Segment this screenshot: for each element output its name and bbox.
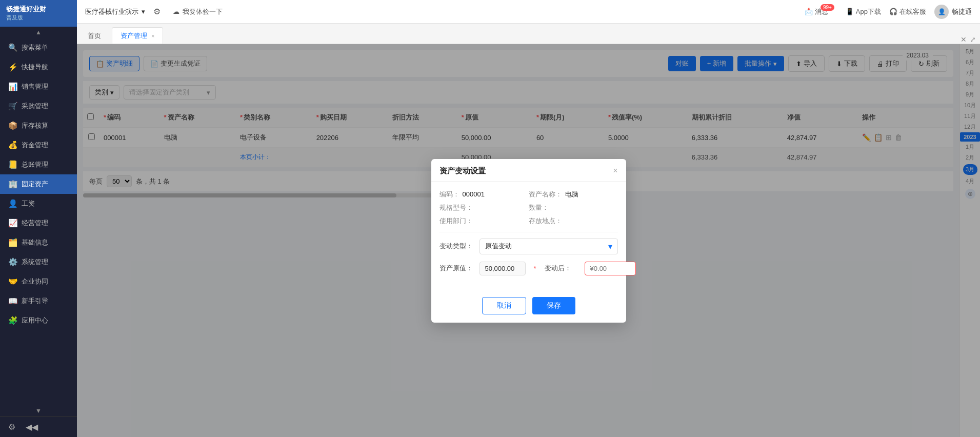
sidebar-item-label: 资金管理 (22, 141, 48, 150)
sidebar-menu: 🔍 搜索菜单 ⚡ 快捷导航 📊 销售管理 🛒 采购管理 📦 库存核算 💰 资金管… (0, 38, 77, 405)
sidebar-item-apps[interactable]: 🧩 应用中心 (0, 311, 77, 330)
tab-asset-management[interactable]: 资产管理 × (112, 27, 163, 44)
service-label: 在线客服 (899, 7, 926, 16)
location-label: 存放地点： (529, 216, 562, 226)
sidebar-item-guide[interactable]: 📖 新手引导 (0, 291, 77, 311)
info-location: 存放地点： (529, 216, 618, 226)
user-area[interactable]: 👤 畅捷通 (934, 5, 972, 19)
sidebar-item-collaboration[interactable]: 🤝 企业协同 (0, 272, 77, 291)
sidebar-item-search[interactable]: 🔍 搜索菜单 (0, 38, 77, 57)
value-row: 资产原值： 50,000.00 * 变动后： (439, 262, 618, 275)
sidebar-scroll-up[interactable]: ▲ (0, 27, 77, 38)
sidebar-item-fixed-assets[interactable]: 🏢 固定资产 (0, 174, 77, 194)
after-change-label: 变动后： (545, 264, 581, 273)
after-change-input[interactable] (585, 262, 636, 275)
basic-info-icon: 🗂️ (8, 238, 17, 247)
message-button[interactable]: 📩 消息 99+ (805, 7, 828, 16)
avatar: 👤 (934, 5, 949, 19)
app-download-button[interactable]: 📱 App下载 (846, 7, 881, 16)
main-container: 医疗器械行业演示 ▾ ⚙ ☁ 我要体验一下 📩 消息 99+ 📱 App下载 🎧… (77, 0, 980, 437)
sidebar-item-label: 基础信息 (22, 238, 48, 247)
sidebar-item-basic-info[interactable]: 🗂️ 基础信息 (0, 233, 77, 252)
topbar-right: 📩 消息 99+ 📱 App下载 🎧 在线客服 👤 畅捷通 (805, 5, 972, 19)
sidebar-item-label: 搜索菜单 (22, 43, 48, 52)
sidebar-item-inventory[interactable]: 📦 库存核算 (0, 116, 77, 135)
sidebar-item-label: 应用中心 (22, 316, 48, 325)
asset-change-modal: 资产变动设置 × 编码： 000001 资产名称： 电脑 (431, 159, 626, 323)
tab-maximize-icon[interactable]: ⤢ (970, 35, 976, 44)
modal-title: 资产变动设置 (439, 166, 486, 176)
app-name: 畅捷通好业财 (6, 5, 46, 14)
experience-button[interactable]: ☁ 我要体验一下 (173, 7, 223, 16)
sidebar-item-payroll[interactable]: 👤 工资 (0, 194, 77, 213)
tab-asset-label: 资产管理 (121, 31, 147, 41)
asset-name-label: 资产名称： (529, 190, 562, 199)
info-asset-name: 资产名称： 电脑 (529, 190, 618, 199)
info-department: 使用部门： (439, 216, 529, 226)
message-badge: 99+ (821, 4, 834, 11)
sidebar-item-label: 销售管理 (22, 82, 48, 91)
tab-minimize-icon[interactable]: ✕ (961, 35, 967, 44)
modal-close-button[interactable]: × (613, 166, 617, 175)
company-selector[interactable]: 医疗器械行业演示 ▾ (85, 7, 145, 16)
fixed-assets-icon: 🏢 (8, 180, 17, 189)
sidebar-item-management[interactable]: 📈 经营管理 (0, 213, 77, 233)
sidebar-item-funds[interactable]: 💰 资金管理 (0, 135, 77, 155)
customer-service-button[interactable]: 🎧 在线客服 (889, 7, 926, 16)
system-icon: ⚙️ (8, 257, 17, 267)
company-dropdown-icon: ▾ (142, 8, 145, 15)
sidebar-item-purchase[interactable]: 🛒 采购管理 (0, 96, 77, 116)
sidebar-item-sales[interactable]: 📊 销售管理 (0, 77, 77, 96)
quicknav-icon: ⚡ (8, 63, 17, 72)
sidebar-item-ledger[interactable]: 📒 总账管理 (0, 155, 77, 174)
username: 畅捷通 (952, 7, 972, 16)
topbar-gear-icon[interactable]: ⚙ (153, 7, 161, 16)
sidebar-item-quicknav[interactable]: ⚡ 快捷导航 (0, 57, 77, 77)
change-type-select[interactable]: 原值变动 ▾ (479, 239, 618, 254)
modal-header: 资产变动设置 × (431, 159, 626, 182)
cancel-button[interactable]: 取消 (482, 297, 526, 314)
management-icon: 📈 (8, 218, 17, 228)
original-value-label: 资产原值： (439, 264, 475, 273)
funds-icon: 💰 (8, 141, 17, 150)
sidebar-item-system[interactable]: ⚙️ 系统管理 (0, 252, 77, 272)
modal-overlay: 资产变动设置 × 编码： 000001 资产名称： 电脑 (77, 44, 980, 437)
tab-close-icon[interactable]: × (151, 33, 154, 39)
inventory-icon: 📦 (8, 121, 17, 130)
modal-info-grid: 编码： 000001 资产名称： 电脑 规格型号： 数量： (439, 190, 618, 232)
ledger-icon: 📒 (8, 160, 17, 169)
info-spec: 规格型号： (439, 203, 529, 212)
message-icon: 📩 (805, 8, 813, 15)
sidebar-item-label: 快捷导航 (22, 63, 48, 72)
modal-body: 编码： 000001 资产名称： 电脑 规格型号： 数量： (431, 182, 626, 291)
collapse-icon[interactable]: ◀◀ (26, 422, 38, 432)
service-icon: 🎧 (889, 8, 897, 15)
settings-icon[interactable]: ⚙ (8, 422, 15, 432)
sidebar-item-label: 经营管理 (22, 218, 48, 228)
purchase-icon: 🛒 (8, 102, 17, 111)
download-icon: 📱 (846, 8, 854, 15)
topbar: 医疗器械行业演示 ▾ ⚙ ☁ 我要体验一下 📩 消息 99+ 📱 App下载 🎧… (77, 0, 980, 24)
experience-cloud-icon: ☁ (173, 8, 179, 15)
sidebar-item-label: 新手引导 (22, 296, 48, 306)
sidebar-logo: 畅捷通好业财 普及版 (0, 0, 77, 27)
sidebar-item-label: 工资 (22, 199, 35, 208)
tab-home-label: 首页 (88, 31, 101, 41)
sidebar-item-label: 库存核算 (22, 121, 48, 130)
original-value-field: 50,000.00 (479, 262, 526, 275)
sidebar-item-label: 固定资产 (22, 180, 48, 189)
sidebar-item-label: 总账管理 (22, 160, 48, 169)
info-quantity: 数量： (529, 203, 618, 212)
sales-icon: 📊 (8, 82, 17, 91)
change-type-label: 变动类型： (439, 242, 475, 251)
sidebar-item-label: 系统管理 (22, 257, 48, 267)
info-code: 编码： 000001 (439, 190, 529, 199)
change-type-row: 变动类型： 原值变动 ▾ (439, 239, 618, 254)
save-button[interactable]: 保存 (532, 297, 575, 314)
department-label: 使用部门： (439, 216, 473, 226)
sidebar-scroll-down[interactable]: ▼ (0, 405, 77, 416)
payroll-icon: 👤 (8, 199, 17, 208)
tab-home[interactable]: 首页 (79, 27, 110, 44)
modal-footer: 取消 保存 (431, 291, 626, 323)
tab-controls: ✕ ⤢ (961, 35, 980, 44)
